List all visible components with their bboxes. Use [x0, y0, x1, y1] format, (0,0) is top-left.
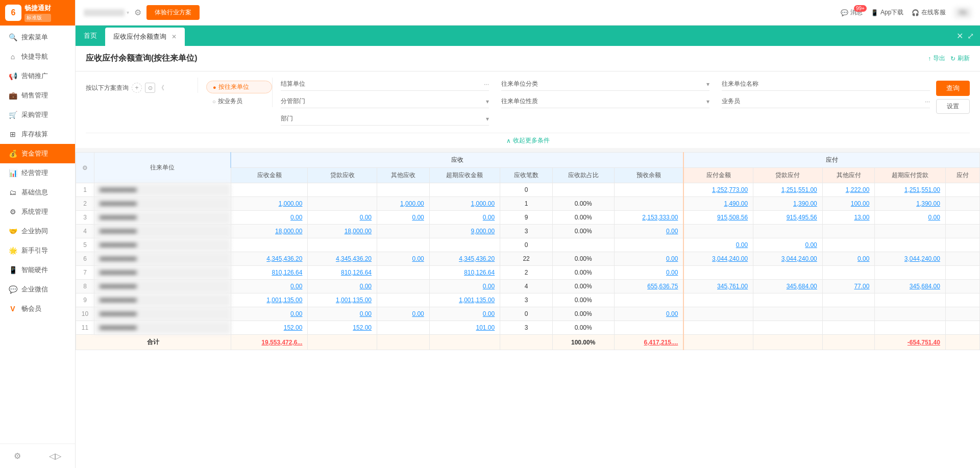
tab-close-icon[interactable]: ✕: [172, 33, 177, 40]
sidebar-item-quicknav[interactable]: ⌂快捷导航: [0, 47, 75, 66]
sidebar-item-wechat[interactable]: 💬企业微信: [0, 280, 75, 299]
table-cell-number[interactable]: 810,126.64: [308, 266, 377, 280]
sidebar-item-marketing[interactable]: 📢营销推广: [0, 66, 75, 86]
table-cell-number[interactable]: 13.00: [822, 211, 875, 225]
table-cell-number[interactable]: 0.00: [429, 211, 500, 225]
refresh-button[interactable]: ↻ 刷新: [950, 54, 970, 63]
table-cell-number[interactable]: 100.00: [822, 197, 875, 211]
table-cell-number[interactable]: 345,761.00: [683, 280, 753, 293]
sidebar-item-operation[interactable]: 📊经营管理: [0, 163, 75, 183]
table-cell-number[interactable]: 0.00: [429, 280, 500, 293]
filter-bumen-chevron[interactable]: ▾: [486, 115, 489, 122]
table-cell-number[interactable]: 0.00: [753, 238, 823, 252]
table-cell-number[interactable]: 2,153,333.00: [614, 211, 683, 225]
table-cell-number[interactable]: 0.00: [308, 307, 377, 321]
table-cell-number[interactable]: 1,000.00: [429, 197, 500, 211]
table-cell-number[interactable]: 0.00: [614, 252, 683, 266]
tab-home[interactable]: 首页: [76, 26, 105, 46]
table-cell-number[interactable]: 0.00: [822, 252, 875, 266]
table-cell-number[interactable]: 18,000.00: [308, 225, 377, 238]
table-cell-number[interactable]: 3,044,240.00: [753, 252, 823, 266]
sidebar-item-coop[interactable]: 🤝企业协同: [0, 221, 75, 241]
sidebar-item-purchase[interactable]: 🛒采购管理: [0, 105, 75, 125]
filter-add-button[interactable]: +: [132, 83, 142, 93]
filter-fenlei-select[interactable]: ▾: [541, 81, 709, 88]
table-cell-number[interactable]: 915,495.56: [753, 211, 823, 225]
footer-pay-overdue[interactable]: -654,751.40: [875, 335, 945, 350]
sidebar-item-system[interactable]: ⚙系统管理: [0, 202, 75, 221]
header-settings-icon[interactable]: ⚙: [134, 8, 141, 17]
table-cell-number[interactable]: 0.00: [614, 225, 683, 238]
table-cell-number[interactable]: 0.00: [614, 266, 683, 280]
sidebar-item-inventory[interactable]: ⊞库存核算: [0, 125, 75, 144]
filter-collapse-btn[interactable]: 《: [158, 84, 164, 92]
table-cell-number[interactable]: 1,000.00: [231, 197, 307, 211]
table-cell-number[interactable]: 0.00: [377, 211, 430, 225]
sidebar-item-member[interactable]: V畅会员: [0, 299, 75, 318]
filter-jiesuan-select[interactable]: ···: [320, 81, 489, 88]
filter-scheme-salesperson[interactable]: ○ 按业务员: [206, 95, 272, 107]
user-menu[interactable]: Rit: [954, 7, 972, 18]
query-button[interactable]: 查询: [936, 81, 970, 96]
sidebar-item-basic[interactable]: 🗂基础信息: [0, 183, 75, 202]
table-cell-number[interactable]: 810,126.64: [429, 266, 500, 280]
sidebar-collapse-btn[interactable]: ◁▷: [45, 449, 65, 463]
table-cell-number[interactable]: 4,345,436.20: [429, 252, 500, 266]
sidebar-item-sales[interactable]: 💼销售管理: [0, 86, 75, 105]
filter-scheme-counterparty[interactable]: ● 按往来单位: [206, 81, 272, 93]
table-cell-number[interactable]: 77.00: [822, 280, 875, 293]
table-cell-number[interactable]: 0.00: [308, 280, 377, 293]
solution-button[interactable]: 体验行业方案: [146, 5, 200, 20]
table-cell-number[interactable]: 1,390.00: [753, 197, 823, 211]
table-cell-number[interactable]: 0.00: [231, 280, 307, 293]
tab-maximize-icon[interactable]: ⤢: [967, 31, 974, 41]
footer-recv-total[interactable]: 19,553,472,6...: [231, 335, 307, 350]
table-cell-number[interactable]: 18,000.00: [231, 225, 307, 238]
filter-scheme-settings-btn[interactable]: ⊙: [145, 83, 155, 93]
sidebar-item-guide[interactable]: 🌟新手引导: [0, 241, 75, 260]
table-cell-number[interactable]: 9,000.00: [429, 225, 500, 238]
table-cell-number[interactable]: 345,684.00: [753, 280, 823, 293]
table-cell-number[interactable]: 4,345,436.20: [308, 252, 377, 266]
filter-xingzhi-select[interactable]: ▾: [541, 98, 709, 105]
table-cell-number[interactable]: 3,044,240.00: [683, 252, 753, 266]
settings-button[interactable]: 设置: [936, 99, 970, 114]
table-cell-number[interactable]: 0.00: [377, 307, 430, 321]
table-cell-number[interactable]: 810,126.64: [231, 266, 307, 280]
table-cell-number[interactable]: 152.00: [308, 321, 377, 335]
online-service-button[interactable]: 🎧 在线客服: [912, 8, 946, 17]
table-cell-number[interactable]: 1,390.00: [875, 197, 945, 211]
filter-mingcheng-input[interactable]: [762, 81, 930, 88]
table-settings-icon[interactable]: ⚙: [82, 164, 88, 171]
sidebar-item-search[interactable]: 🔍搜索菜单: [0, 28, 75, 47]
table-cell-number[interactable]: 1,251,551.00: [875, 183, 945, 197]
table-cell-number[interactable]: 1,222.00: [822, 183, 875, 197]
table-cell-number[interactable]: 1,001,135.00: [308, 293, 377, 307]
filter-xingzhi-chevron[interactable]: ▾: [706, 98, 709, 105]
table-cell-number[interactable]: 101.00: [429, 321, 500, 335]
footer-recv-prepay[interactable]: 6,417,215....: [614, 335, 683, 350]
table-cell-number[interactable]: 0.00: [308, 211, 377, 225]
filter-fenguan-chevron[interactable]: ▾: [486, 98, 489, 105]
table-cell-number[interactable]: 0.00: [231, 307, 307, 321]
table-cell-number[interactable]: 0.00: [377, 252, 430, 266]
collapse-more-btn[interactable]: ∧ 收起更多条件: [86, 133, 970, 148]
table-cell-number[interactable]: 655,636.75: [614, 280, 683, 293]
filter-yewuyuan-select[interactable]: ···: [761, 98, 930, 105]
filter-fenlei-chevron[interactable]: ▾: [706, 81, 709, 88]
sidebar-item-hardware[interactable]: 📱智能硬件: [0, 260, 75, 280]
table-cell-number[interactable]: 1,000.00: [377, 197, 430, 211]
export-button[interactable]: ↑ 导出: [928, 54, 945, 63]
table-cell-number[interactable]: 915,508.56: [683, 211, 753, 225]
message-button[interactable]: 💬 消息 99+: [841, 8, 863, 17]
table-cell-number[interactable]: 1,001,135.00: [429, 293, 500, 307]
table-cell-number[interactable]: 1,001,135.00: [231, 293, 307, 307]
table-cell-number[interactable]: 4,345,436.20: [231, 252, 307, 266]
table-cell-number[interactable]: 0.00: [614, 307, 683, 321]
sidebar-settings-btn[interactable]: ⚙: [10, 449, 25, 463]
filter-jiesuan-dots[interactable]: ···: [484, 81, 489, 88]
table-cell-number[interactable]: 0.00: [683, 238, 753, 252]
filter-bumen-select[interactable]: ▾: [320, 115, 489, 122]
table-cell-number[interactable]: 0.00: [875, 211, 945, 225]
table-cell-number[interactable]: 0.00: [231, 211, 307, 225]
